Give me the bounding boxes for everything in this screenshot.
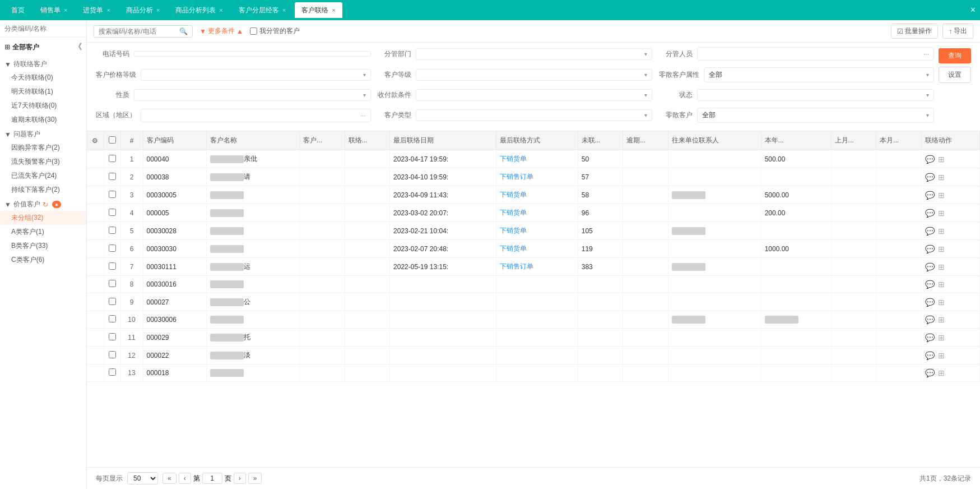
grid-action-icon[interactable]: ⊞: [938, 155, 945, 164]
per-page-select[interactable]: 50 100: [127, 472, 158, 485]
chat-icon[interactable]: 💬: [925, 227, 935, 236]
resize-handle-tm[interactable]: [919, 131, 921, 150]
col-unit-contact[interactable]: 往来单位联系人: [668, 131, 761, 150]
grid-action-icon[interactable]: ⊞: [938, 351, 945, 360]
grid-action-icon[interactable]: ⊞: [938, 315, 945, 324]
resize-handle-uc[interactable]: [759, 131, 761, 150]
dept-select[interactable]: ▾: [416, 48, 653, 60]
customer-grade-select[interactable]: ▾: [416, 69, 653, 81]
row-checkbox[interactable]: [109, 298, 116, 305]
resize-handle-type[interactable]: [342, 131, 345, 150]
grid-action-icon[interactable]: ⊞: [938, 209, 945, 218]
contact-method-link[interactable]: 下销货单: [500, 209, 527, 216]
region-input[interactable]: ···: [141, 109, 371, 122]
next-page-btn[interactable]: ›: [234, 473, 246, 484]
resize-handle-ty[interactable]: [829, 131, 831, 150]
row-checkbox[interactable]: [109, 351, 116, 358]
col-last-contact-method[interactable]: 最后联络方式: [496, 131, 578, 150]
row-checkbox[interactable]: [109, 262, 116, 270]
contact-method-link[interactable]: 下销售订单: [500, 173, 533, 181]
contact-method-link[interactable]: 下销货单: [500, 155, 527, 163]
export-button[interactable]: ↑ 导出: [942, 24, 973, 39]
sidebar-item-overdue-pending[interactable]: 逾期未联络(30): [0, 113, 86, 127]
sidebar-item-class-c[interactable]: C类客户(6): [0, 253, 86, 267]
first-page-btn[interactable]: «: [162, 473, 177, 484]
chat-icon[interactable]: 💬: [925, 173, 935, 182]
my-customers-checkbox[interactable]: [250, 27, 257, 35]
row-checkbox[interactable]: [109, 155, 116, 162]
sidebar-search-bar[interactable]: 🔍: [0, 20, 86, 38]
chat-icon[interactable]: 💬: [925, 315, 935, 324]
tab-customer-contact[interactable]: 客户联络 ×: [295, 2, 342, 18]
collapse-sidebar-icon[interactable]: 《: [74, 42, 82, 52]
col-name[interactable]: 客户名称: [207, 131, 300, 150]
col-this-year[interactable]: 本年...: [761, 131, 831, 150]
col-this-month[interactable]: 本月...: [876, 131, 921, 150]
row-checkbox[interactable]: [109, 245, 116, 252]
tab-customer-segment[interactable]: 客户分层经客 ×: [232, 2, 292, 18]
resize-handle-nc[interactable]: [620, 131, 623, 150]
sidebar-search-input[interactable]: [4, 25, 87, 33]
grid-action-icon[interactable]: ⊞: [938, 368, 945, 377]
page-input[interactable]: [202, 473, 222, 484]
batch-op-button[interactable]: ☑ 批量操作: [891, 24, 938, 39]
grid-action-icon[interactable]: ⊞: [938, 298, 945, 307]
chat-icon[interactable]: 💬: [925, 209, 935, 218]
resize-handle-contact[interactable]: [387, 131, 389, 150]
row-checkbox[interactable]: [109, 227, 116, 234]
chat-icon[interactable]: 💬: [925, 333, 935, 342]
chat-icon[interactable]: 💬: [925, 262, 935, 271]
sidebar-item-churn-warning[interactable]: 流失预警客户(3): [0, 155, 86, 169]
row-checkbox[interactable]: [109, 191, 116, 198]
col-last-month[interactable]: 上月...: [831, 131, 876, 150]
sidebar-item-7day-pending[interactable]: 近7天待联络(0): [0, 99, 86, 113]
tab-purchase[interactable]: 进货单 ×: [76, 2, 117, 18]
row-checkbox[interactable]: [109, 333, 116, 340]
sidebar-item-abnormal[interactable]: 因购异常客户(2): [0, 141, 86, 155]
grid-action-icon[interactable]: ⊞: [938, 191, 945, 200]
sidebar-item-class-a[interactable]: A类客户(1): [0, 225, 86, 239]
my-customers-checkbox-area[interactable]: 我分管的客户: [250, 26, 300, 36]
chat-icon[interactable]: 💬: [925, 191, 935, 200]
phone-input[interactable]: [134, 51, 371, 57]
sidebar-item-tomorrow-pending[interactable]: 明天待联络(1): [0, 85, 86, 99]
resize-handle-lcd[interactable]: [494, 131, 496, 150]
tab-product-analysis[interactable]: 商品分析 ×: [119, 2, 166, 18]
chat-icon[interactable]: 💬: [925, 298, 935, 307]
pending-group-title[interactable]: ▼ 待联络客户: [0, 57, 86, 71]
last-page-btn[interactable]: »: [248, 473, 262, 484]
status-select[interactable]: ▾: [697, 89, 934, 101]
search-icon[interactable]: 🔍: [179, 27, 188, 35]
sidebar-item-lost[interactable]: 已流失客户(24): [0, 169, 86, 183]
chat-icon[interactable]: 💬: [925, 280, 935, 289]
query-button[interactable]: 查询: [939, 48, 971, 63]
sidebar-item-ungroup[interactable]: 未分组(32): [0, 211, 86, 225]
contact-method-link[interactable]: 下销货单: [500, 245, 527, 252]
tab-product-list[interactable]: 商品分析列表 ×: [169, 2, 229, 18]
grid-action-icon[interactable]: ⊞: [938, 173, 945, 182]
contact-method-link[interactable]: 下销货单: [500, 191, 527, 199]
contact-method-link[interactable]: 下销售订单: [500, 262, 533, 270]
retail-customer-select[interactable]: 全部 ▾: [697, 108, 934, 123]
col-check[interactable]: [104, 131, 120, 150]
grid-action-icon[interactable]: ⊞: [938, 245, 945, 253]
chat-icon[interactable]: 💬: [925, 368, 935, 377]
resize-handle-od[interactable]: [666, 131, 668, 150]
refresh-icon[interactable]: ↻: [43, 201, 48, 209]
close-product-analysis-icon[interactable]: ×: [156, 7, 160, 13]
row-checkbox[interactable]: [109, 173, 116, 180]
grid-action-icon[interactable]: ⊞: [938, 227, 945, 236]
grid-action-icon[interactable]: ⊞: [938, 333, 945, 342]
select-all-checkbox[interactable]: [109, 136, 116, 144]
payment-select[interactable]: ▾: [416, 89, 653, 101]
resize-handle-lm[interactable]: [874, 131, 876, 150]
close-sales-icon[interactable]: ×: [64, 7, 67, 13]
grid-action-icon[interactable]: ⊞: [938, 262, 945, 271]
more-conditions-btn[interactable]: ▼ 更多条件 ▲: [199, 26, 243, 36]
search-input[interactable]: [99, 27, 177, 35]
reset-button[interactable]: 设置: [939, 67, 971, 83]
close-product-list-icon[interactable]: ×: [219, 7, 222, 13]
resize-handle-lcm[interactable]: [575, 131, 578, 150]
col-overdue[interactable]: 逾期...: [623, 131, 668, 150]
resize-handle-code[interactable]: [204, 131, 206, 150]
